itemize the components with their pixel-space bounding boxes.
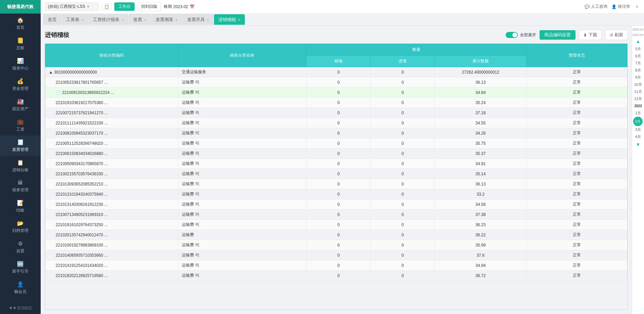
table-row-total: 35.99 <box>435 240 526 250</box>
unit-label: 吨 <box>195 263 199 268</box>
unit-label: 吨 <box>195 120 199 125</box>
sidebar-item-settle[interactable]: 📝 结账 <box>0 196 41 217</box>
table-row-status: 正常 <box>526 128 627 138</box>
table-row-invoice: 221005233817801765657 ... <box>45 77 178 87</box>
table-row-total: 27262.40000000012 <box>435 67 526 77</box>
table-row-xiao: 0 <box>307 189 371 199</box>
cal-month-prev[interactable]: 11月 <box>633 88 643 95</box>
cal-month[interactable]: 3月 <box>633 126 643 133</box>
table-row-status: 正常 <box>526 230 627 240</box>
archive-icon: 📂 <box>17 220 24 227</box>
table-row-jin: 0 <box>371 189 435 199</box>
sidebar-item-member[interactable]: 👤 畅会员 <box>0 278 41 298</box>
settings-button[interactable]: 商品编码设置 <box>540 30 575 40</box>
table-row-invoice: 221019103619217075360 ... <box>45 98 178 108</box>
cal-month-prev[interactable]: 8月 <box>633 67 643 74</box>
tab-salary-report-close[interactable]: × <box>121 18 123 22</box>
toggle-track[interactable] <box>506 32 518 38</box>
table-row-jin: 0 <box>371 179 435 189</box>
tab-reconcile-close[interactable]: × <box>238 18 240 22</box>
table-row-invoice: 221014191254101434020 ... <box>45 260 178 271</box>
switch-version-button[interactable]: 切到旧版 <box>137 2 161 11</box>
sidebar-item-salary[interactable]: 💼 工资 <box>0 115 41 136</box>
table-row-total: 34.91 <box>435 159 526 169</box>
table-row-xiao: 0 <box>307 149 371 159</box>
tab-invoice-calc-close[interactable]: × <box>175 18 177 22</box>
cal-month[interactable]: 2月 <box>633 117 643 126</box>
sidebar-item-home[interactable]: 🏠 首页 <box>0 14 41 34</box>
table-row-xiao: 0 <box>307 87 371 98</box>
tab-reconcile[interactable]: 进销稽核 × <box>214 14 245 25</box>
invoice-mgmt-icon: 🧾 <box>17 139 24 145</box>
tab-invoice[interactable]: 发票 × <box>129 14 151 25</box>
download-button[interactable]: ⬇ 下载 <box>579 30 602 40</box>
tab-reconcile-label: 进销稽核 <box>218 17 236 23</box>
col-header-status: 预警状态 <box>526 44 627 67</box>
sidebar-item-asset[interactable]: 🏭 固定资产 <box>0 95 41 115</box>
toggle-expand[interactable]: 全部展开 <box>506 32 536 38</box>
sidebar-item-ledger[interactable]: 📒 总账 <box>0 34 41 54</box>
tab-salary[interactable]: 工资表 × <box>62 14 88 25</box>
table-row-jin: 0 <box>371 271 435 281</box>
table-row-name: 运输费吨 <box>178 189 306 199</box>
tab-invoice-calc-label: 发票测算 <box>156 17 173 23</box>
cal-month-prev[interactable]: 6月 <box>633 53 643 60</box>
workbench-button[interactable]: 工作台 <box>114 2 135 11</box>
cal-month-prev[interactable]: 5月 <box>633 45 643 53</box>
sidebar-item-report[interactable]: 📊 报表中心 <box>0 54 41 75</box>
copy-button[interactable]: 📋 <box>102 3 112 10</box>
table-row-xiao: 0 <box>307 118 371 128</box>
table-row-status: 正常 <box>526 220 627 230</box>
table-row-status: 正常 <box>526 67 627 77</box>
sidebar-item-fund[interactable]: 💰 资金管理 <box>0 75 41 95</box>
tab-invoice-calc[interactable]: 发票测算 × <box>151 14 182 25</box>
close-button[interactable]: × <box>634 4 640 10</box>
refresh-label: 刷新 <box>614 32 623 38</box>
sales-ledger-icon: 📋 <box>17 159 24 166</box>
sidebar-item-archive[interactable]: 📂 归档管理 <box>0 217 41 237</box>
cal-arrow-down[interactable]: ▼ <box>635 141 641 148</box>
sidebar-footer-pin[interactable]: ◀◀ 取消固定 <box>0 302 41 314</box>
table-row-jin: 0 <box>371 67 435 77</box>
table-row-total: 34.56 <box>435 199 526 210</box>
tab-home[interactable]: 首页 <box>43 14 61 25</box>
sidebar-item-guide[interactable]: 🆕 新手引导 <box>0 257 41 278</box>
sidebar-item-tax-mgmt[interactable]: 🏛 税务管理 <box>0 176 41 196</box>
support-link[interactable]: 💬 人工咨询 <box>585 4 607 9</box>
company-selector[interactable]: (勿动) 江西报宝-LSS ▼ <box>45 2 99 11</box>
table-row-total: 36.72 <box>435 271 526 281</box>
cal-month-prev[interactable]: 10月 <box>633 81 643 88</box>
tab-invoice-close[interactable]: × <box>144 18 146 22</box>
table-row-total: 35.24 <box>435 98 526 108</box>
sidebar-item-sales-ledger[interactable]: 📋 进销台账 <box>0 156 41 176</box>
calendar-icon[interactable]: 📅 <box>190 4 195 9</box>
content-area: 进销稽核 全部展开 商品编码设置 ⬇ 下载 ↺ 刷 <box>41 26 644 314</box>
sidebar-item-invoice-mgmt[interactable]: 🧾 发票管理 <box>0 136 41 156</box>
tab-home-label: 首页 <box>48 17 57 23</box>
unit-label: 吨 <box>195 110 199 115</box>
refresh-button[interactable]: ↺ 刷新 <box>605 30 628 40</box>
tab-salary-report[interactable]: 工资统计报表 × <box>89 14 128 25</box>
cal-month-prev[interactable]: 9月 <box>633 74 643 81</box>
cal-month-prev[interactable]: 7月 <box>633 60 643 67</box>
page-actions: 全部展开 商品编码设置 ⬇ 下载 ↺ 刷新 <box>506 30 628 40</box>
cal-month[interactable]: 1月 <box>633 110 643 117</box>
sidebar-item-invoice-mgmt-label: 发票管理 <box>12 147 28 153</box>
cal-month[interactable]: 4月 <box>633 133 643 140</box>
tab-salary-close[interactable]: × <box>81 18 83 22</box>
cal-month-prev[interactable]: 12月 <box>633 95 643 102</box>
table-row-xiao: 0 <box>307 240 371 250</box>
table-row-total: 34.84 <box>435 87 526 98</box>
table-row-total: 36.23 <box>435 220 526 230</box>
sidebar-item-member-label: 畅会员 <box>14 289 26 295</box>
user-profile[interactable]: 👤 徐泾华 <box>611 4 630 9</box>
tab-invoice-open-close[interactable]: × <box>207 18 209 22</box>
salary-icon: 💼 <box>17 119 24 125</box>
table-row-jin: 0 <box>371 199 435 210</box>
sidebar-item-settings[interactable]: ⚙ 设置 <box>0 237 41 257</box>
table-row-status: 正常 <box>526 199 627 210</box>
tab-invoice-open[interactable]: 发票开具 × <box>183 14 213 25</box>
table-row-name: 运输费吨 <box>178 149 306 159</box>
unit-label: 吨 <box>195 253 199 257</box>
cal-arrow-up[interactable]: ▲ <box>635 38 641 45</box>
